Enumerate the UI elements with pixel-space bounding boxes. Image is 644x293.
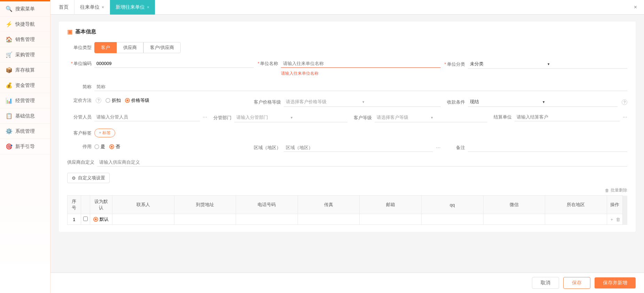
cancel-button[interactable]: 取消 (532, 277, 559, 289)
unit-category-field: *单位分类 未分类 ▾ (441, 59, 627, 69)
unit-code-field: *单位编码 (67, 59, 254, 68)
row-delete-icon[interactable]: 🗑 (616, 217, 620, 222)
row-default-radio[interactable]: 默认 (92, 216, 110, 222)
row-wechat-input[interactable] (486, 217, 543, 222)
sidebar-item-search[interactable]: 🔍 搜索菜单 (0, 1, 50, 17)
custom-settings-button[interactable]: ⚙ 自定义项设置 (67, 173, 110, 183)
table-row: 1 默认 (68, 214, 627, 225)
manager-more-icon[interactable]: ··· (203, 114, 207, 120)
row-email[interactable] (360, 214, 422, 225)
close-all-tabs[interactable]: × (630, 4, 641, 10)
disabled-yes[interactable]: 是 (94, 144, 105, 150)
type-btn-both[interactable]: 客户/供应商 (143, 42, 181, 53)
system-icon: ⚙️ (6, 128, 13, 135)
unit-code-label: *单位编码 (67, 60, 92, 67)
region-more-icon[interactable]: ··· (436, 145, 440, 151)
row-phone-input[interactable] (238, 217, 296, 222)
row-region[interactable] (545, 214, 607, 225)
add-tag-button[interactable]: + 标签 (94, 129, 115, 137)
sidebar-item-basic[interactable]: 📋 基础信息 (0, 108, 50, 124)
sidebar-item-guide[interactable]: 🎯 新手引导 (0, 139, 50, 154)
supplier-custom-input[interactable] (97, 158, 627, 166)
row-default[interactable]: 默认 (90, 214, 112, 225)
col-scrollbar (623, 196, 627, 214)
payment-select[interactable]: 现结 ▾ (468, 97, 618, 107)
save-new-button[interactable]: 保存并新增 (595, 277, 636, 288)
row-address-input[interactable] (176, 217, 234, 222)
pricing-radio-level[interactable]: 价格等级 (125, 97, 149, 104)
row-qq[interactable] (421, 214, 483, 225)
unit-type-row: 单位类型 客户 供应商 客户/供应商 (67, 42, 627, 53)
sidebar-item-sales[interactable]: 🏠 销售管理 (0, 32, 50, 47)
sidebar-item-system[interactable]: ⚙️ 系统管理 (0, 124, 50, 139)
pricing-help-icon[interactable]: ? (96, 98, 101, 103)
tab-home[interactable]: 首页 (53, 0, 74, 15)
sidebar-item-purchase[interactable]: 🛒 采购管理 (0, 47, 50, 63)
row-add-icon[interactable]: + (611, 217, 613, 222)
sidebar-item-sales-label: 销售管理 (15, 36, 35, 43)
col-contact: 联系人 (112, 196, 174, 214)
delete-icon: 🗑 (605, 188, 609, 193)
region-field: 区域（地区） ··· (254, 144, 440, 152)
operations-icon: 📊 (6, 97, 13, 104)
department-select[interactable]: 请输入分管部门 ▾ (234, 113, 347, 122)
row-address[interactable] (174, 214, 236, 225)
disabled-no[interactable]: 否 (109, 144, 120, 150)
row-contact-input[interactable] (115, 217, 172, 222)
payment-help-icon[interactable]: ? (622, 99, 627, 105)
tab-new-partner-close[interactable]: × (147, 5, 149, 10)
sidebar-item-operations[interactable]: 📊 经营管理 (0, 93, 50, 108)
customer-price-select[interactable]: 请选择客户价格等级 ▾ (284, 97, 440, 107)
pricing-radio-discount[interactable]: 折扣 (105, 97, 121, 104)
unit-name-field: *单位名称 请输入往来单位名称 (254, 59, 440, 76)
row-fax-input[interactable] (300, 217, 358, 222)
customer-level-label: 客户等级 (347, 115, 372, 121)
type-btn-supplier[interactable]: 供应商 (117, 42, 143, 53)
row-action[interactable]: + 🗑 (607, 214, 622, 225)
settlement-input[interactable] (515, 113, 620, 121)
customer-level-select[interactable]: 请选择客户等级 ▾ (375, 113, 487, 122)
row-contact[interactable] (112, 214, 174, 225)
sidebar-item-finance[interactable]: 💰 资金管理 (0, 78, 50, 93)
supplier-custom-row: 供应商自定义 (67, 158, 627, 166)
alias-input[interactable] (94, 83, 627, 91)
row-region-input[interactable] (547, 217, 605, 222)
unit-category-select[interactable]: 未分类 ▾ (468, 59, 627, 69)
row-qq-input[interactable] (424, 217, 481, 222)
table-section: ⚙ 自定义项设置 🗑 批量删除 序号 设为默认 (67, 173, 627, 225)
col-qq: qq (421, 196, 483, 214)
radio-level-circle (125, 98, 130, 103)
unit-code-input[interactable] (94, 59, 254, 68)
settlement-label: 结算单位 (487, 114, 512, 120)
customer-price-label: 客户价格等级 (254, 99, 281, 105)
type-btn-customer[interactable]: 客户 (94, 42, 117, 53)
sidebar-item-inventory[interactable]: 📦 库存核算 (0, 63, 50, 78)
remark-input[interactable] (468, 144, 627, 152)
tab-partners-close[interactable]: × (102, 5, 104, 10)
pricing-field: 定价方法 ? 折扣 价格等级 (67, 97, 254, 104)
save-button[interactable]: 保存 (563, 277, 590, 289)
row-wechat[interactable] (483, 214, 545, 225)
department-label: 分管部门 (207, 115, 231, 121)
row-checkbox[interactable] (81, 214, 90, 225)
settlement-more-icon[interactable]: ··· (623, 114, 627, 120)
purchase-icon: 🛒 (6, 51, 13, 58)
customer-level-field: 客户等级 请选择客户等级 ▾ (347, 113, 487, 122)
unit-name-input[interactable] (281, 59, 440, 68)
main-area: 首页 往来单位 × 新增往来单位 × × ▣ 基本信息 单位类型 客户 (50, 0, 644, 293)
tab-partners[interactable]: 往来单位 × (74, 0, 110, 15)
sidebar-item-operations-label: 经营管理 (15, 98, 35, 104)
sidebar-item-quicknav[interactable]: ⚡ 快捷导航 (0, 17, 50, 32)
disabled-radio-group: 是 否 (94, 144, 120, 150)
row-fax[interactable] (298, 214, 360, 225)
manager-input[interactable] (94, 113, 200, 121)
sidebar-item-system-label: 系统管理 (15, 128, 35, 135)
row-phone[interactable] (236, 214, 298, 225)
region-input[interactable] (284, 144, 433, 152)
col-region: 所在地区 (545, 196, 607, 214)
batch-delete-button[interactable]: 🗑 批量删除 (605, 187, 627, 193)
tab-new-partner[interactable]: 新增往来单位 × (110, 0, 155, 15)
alias-field: 简称 (67, 83, 627, 91)
row-checkbox-input[interactable] (83, 217, 88, 221)
row-email-input[interactable] (362, 217, 419, 222)
